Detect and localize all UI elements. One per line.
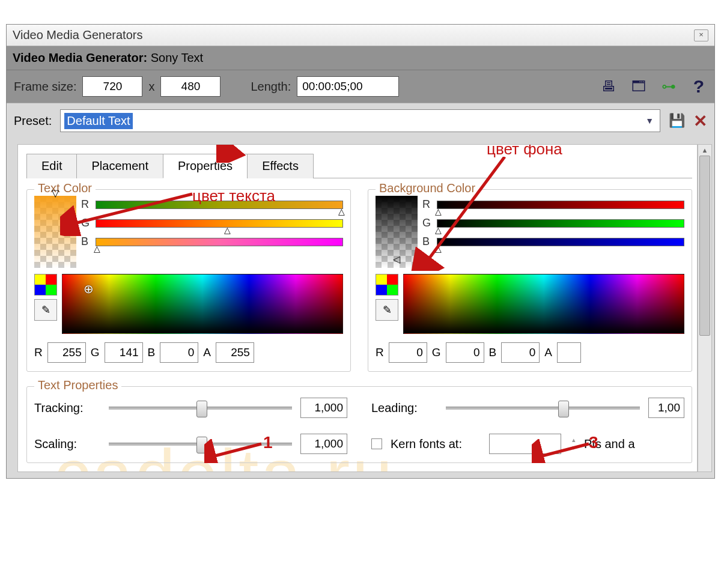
delete-preset-icon[interactable]: ✕	[693, 111, 707, 131]
window: Video Media Generators × Video Media Gen…	[6, 24, 715, 479]
titlebar: Video Media Generators ×	[7, 25, 714, 46]
frame-size-label: Frame size:	[14, 80, 76, 94]
crosshair-icon: ⊕	[84, 282, 94, 296]
bg-eyedropper-button[interactable]: ✎	[376, 299, 398, 321]
tab-placement[interactable]: Placement	[76, 154, 163, 178]
frame-height-input[interactable]	[160, 76, 221, 97]
text-a-input[interactable]	[216, 342, 254, 363]
x-label: x	[148, 80, 154, 94]
g-label: G	[81, 217, 92, 229]
tracking-slider[interactable]	[109, 407, 292, 410]
save-preset-icon[interactable]: 💾	[669, 113, 685, 129]
window-title: Video Media Generators	[13, 28, 142, 42]
bg-rgb-sliders: R △ G △ B △	[422, 196, 684, 268]
help-icon[interactable]: ?	[690, 78, 707, 95]
tab-edit[interactable]: Edit	[26, 154, 77, 178]
bg-color-title: Background Color	[376, 181, 479, 195]
leading-input[interactable]	[648, 398, 684, 418]
bg-a-input[interactable]	[557, 342, 581, 363]
leading-label: Leading:	[371, 401, 437, 415]
tracking-label: Tracking:	[34, 401, 100, 415]
bg-g-label: G	[422, 217, 433, 229]
leading-slider[interactable]	[446, 407, 640, 410]
alpha-handle-icon[interactable]: ▽	[52, 187, 59, 199]
dropdown-icon[interactable]: ▼	[639, 116, 660, 126]
tab-effects[interactable]: Effects	[247, 154, 314, 178]
text-g-input[interactable]	[105, 342, 143, 363]
color-model-button[interactable]	[34, 274, 57, 296]
bg-rgba-inputs: R G B A	[376, 342, 684, 363]
text-color-fieldset: Text Color ▽ R △	[26, 189, 351, 372]
text-r-slider[interactable]: △	[96, 201, 343, 209]
bg-r-slider[interactable]: △	[437, 201, 684, 209]
bg-spectrum[interactable]	[403, 274, 684, 334]
r-label: R	[81, 198, 92, 211]
bg-color-fieldset: Background Color ◁ R △	[368, 189, 692, 372]
scaling-label: Scaling:	[34, 437, 100, 451]
b-label: B	[81, 235, 92, 248]
text-b-slider[interactable]: △	[96, 238, 343, 246]
text-r-input[interactable]	[47, 342, 86, 363]
scroll-thumb[interactable]	[699, 156, 710, 336]
text-properties-fieldset: Text Properties Tracking: Scaling:	[26, 386, 692, 463]
bg-r-input[interactable]	[389, 342, 427, 363]
length-label: Length:	[251, 80, 291, 94]
scaling-slider[interactable]	[109, 443, 292, 446]
scaling-input[interactable]	[300, 434, 347, 454]
bg-b-label2: B	[489, 346, 497, 359]
text-g-slider[interactable]: △	[96, 219, 343, 228]
bg-color-model-button[interactable]	[376, 274, 398, 296]
text-b-input[interactable]	[160, 342, 198, 363]
bg-b-label: B	[422, 235, 433, 248]
text-rgba-inputs: R G B A	[34, 342, 343, 363]
text-color-swatch[interactable]: ▽	[34, 196, 76, 268]
bg-b-slider[interactable]: △	[437, 238, 684, 246]
vertical-scrollbar[interactable]: ▲	[698, 144, 712, 472]
bg-r-label2: R	[376, 346, 384, 359]
text-spectrum[interactable]: ⊕	[62, 274, 343, 334]
subheader: Video Media Generator: Sony Text	[7, 46, 714, 70]
properties-icon[interactable]: 🗔	[630, 78, 647, 95]
frame-width-input[interactable]	[82, 76, 142, 97]
kern-checkbox[interactable]	[371, 438, 382, 449]
preset-panel: Preset: Default Text ▼ 💾 ✕	[7, 103, 714, 138]
scroll-up-icon[interactable]: ▲	[702, 145, 708, 154]
bg-b-input[interactable]	[501, 342, 540, 363]
device-icon[interactable]: 🖶	[600, 78, 617, 95]
alpha-handle-icon[interactable]: ◁	[393, 253, 400, 265]
frame-toolbar: Frame size: x Length: 🖶 🗔 ⊶ ?	[7, 70, 714, 103]
r-label2: R	[34, 346, 43, 359]
bg-g-slider[interactable]: △	[437, 219, 684, 228]
preset-combo[interactable]: Default Text ▼	[60, 109, 660, 132]
content: cadelta.ru Edit Placement Properties Eff…	[17, 144, 698, 472]
length-input[interactable]	[297, 76, 399, 97]
text-color-title: Text Color	[34, 181, 96, 195]
kern-input[interactable]	[489, 434, 561, 454]
chain-icon[interactable]: ⊶	[660, 78, 677, 95]
kern-unit: Pts and a	[584, 437, 635, 451]
bg-a-label2: A	[544, 346, 552, 359]
toolbar-icons: 🖶 🗔 ⊶ ?	[600, 78, 707, 95]
kern-spinner[interactable]: ▴▾	[572, 436, 576, 452]
preset-label: Preset:	[14, 114, 52, 128]
bg-r-label: R	[422, 198, 433, 211]
generator-label: Video Media Generator:	[13, 51, 147, 64]
tabs: Edit Placement Properties Effects	[26, 153, 692, 178]
text-properties-title: Text Properties	[34, 378, 121, 392]
svg-line-0	[228, 144, 276, 148]
b-label2: B	[148, 346, 156, 359]
bg-g-input[interactable]	[446, 342, 484, 363]
eyedropper-button[interactable]: ✎	[34, 299, 57, 321]
generator-name: Sony Text	[151, 51, 203, 64]
bg-g-label2: G	[432, 346, 441, 359]
kern-label: Kern fonts at:	[391, 437, 481, 451]
color-sections: Text Color ▽ R △	[26, 189, 692, 372]
g-label2: G	[91, 346, 100, 359]
text-rgb-sliders: R △ G △ B △	[81, 196, 343, 268]
tracking-input[interactable]	[300, 398, 347, 418]
preset-value: Default Text	[64, 113, 132, 129]
tab-properties[interactable]: Properties	[163, 154, 248, 178]
bg-color-swatch[interactable]: ◁	[376, 196, 418, 268]
a-label2: A	[203, 346, 211, 359]
close-button[interactable]: ×	[694, 29, 708, 41]
